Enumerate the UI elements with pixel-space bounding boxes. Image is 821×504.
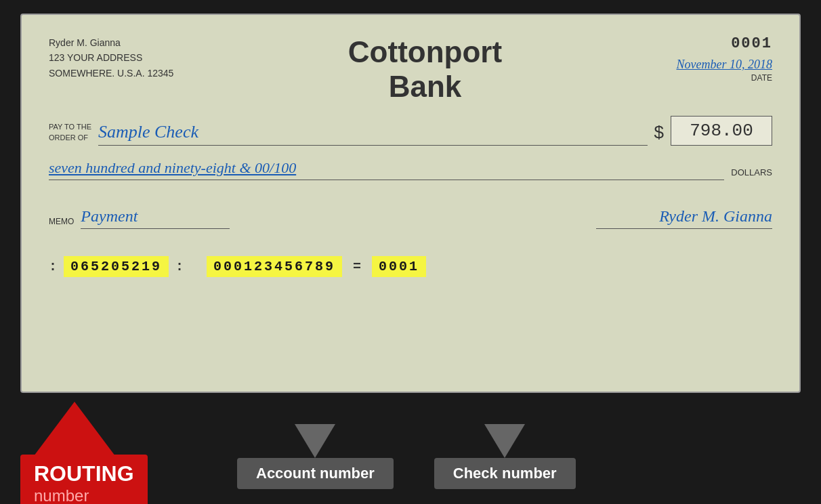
check-number-label: Check number <box>453 465 557 482</box>
dollar-sign: $ <box>654 122 664 146</box>
top-right: 0001 November 10, 2018 DATE <box>677 35 772 83</box>
pay-to-label: PAY TO THE ORDER OF <box>49 122 91 146</box>
holder-address2: SOMEWHERE. U.S.A. 12345 <box>49 66 173 81</box>
account-number-label: Account number <box>256 465 375 482</box>
micr-symbol-left: : <box>49 259 57 274</box>
micr-symbol-right: : <box>175 259 184 274</box>
check-arrow-icon <box>484 424 525 458</box>
micr-routing: 065205219 <box>64 256 169 277</box>
written-amount-row: seven hundred and ninety-eight & 00/100 … <box>49 159 772 180</box>
account-arrow-icon <box>295 424 335 458</box>
routing-text-box: ROUTING number <box>20 455 148 505</box>
routing-label-line2: number <box>34 486 134 505</box>
memo-label: MEMO <box>49 217 74 229</box>
memo-value: Payment <box>81 207 230 229</box>
holder-name: Ryder M. Gianna <box>49 35 173 50</box>
check-top-row: Ryder M. Gianna 123 YOUR ADDRESS SOMEWHE… <box>49 35 772 104</box>
account-label-box: Account number <box>237 458 394 489</box>
check-number-top: 0001 <box>677 35 772 52</box>
micr-check-number: 0001 <box>372 256 426 277</box>
amount-box: 798.00 <box>671 116 772 146</box>
routing-label-line1: ROUTING <box>34 461 134 486</box>
bottom-area: ROUTING number Account number Check numb… <box>0 409 821 504</box>
holder-address1: 123 YOUR ADDRESS <box>49 50 173 65</box>
routing-label-container: ROUTING number <box>20 402 169 505</box>
micr-account: 000123456789 <box>207 256 342 277</box>
written-amount: seven hundred and ninety-eight & 00/100 <box>49 159 724 180</box>
routing-arrow-icon <box>34 402 115 456</box>
pay-to-row: PAY TO THE ORDER OF Sample Check $ 798.0… <box>49 116 772 146</box>
memo-left: MEMO Payment <box>49 207 589 229</box>
date-label: DATE <box>677 73 772 83</box>
date-value: November 10, 2018 <box>677 58 772 72</box>
check-label-box: Check number <box>434 458 576 489</box>
account-holder-address: Ryder M. Gianna 123 YOUR ADDRESS SOMEWHE… <box>49 35 173 81</box>
dollars-label: DOLLARS <box>731 167 772 180</box>
signature-value: Ryder M. Gianna <box>659 207 772 225</box>
pay-to-name: Sample Check <box>98 122 648 146</box>
bank-name: Cottonport Bank <box>348 35 502 104</box>
signature-area: Ryder M. Gianna <box>596 207 772 229</box>
micr-line: : 065205219 : 000123456789 = 0001 <box>49 256 772 277</box>
account-label-container: Account number <box>237 424 394 489</box>
date-area: November 10, 2018 DATE <box>677 58 772 83</box>
check-label-container: Check number <box>434 424 576 489</box>
micr-account-separator: = <box>353 259 361 274</box>
check-body: Ryder M. Gianna 123 YOUR ADDRESS SOMEWHE… <box>20 14 801 393</box>
memo-row: MEMO Payment Ryder M. Gianna <box>49 207 772 229</box>
